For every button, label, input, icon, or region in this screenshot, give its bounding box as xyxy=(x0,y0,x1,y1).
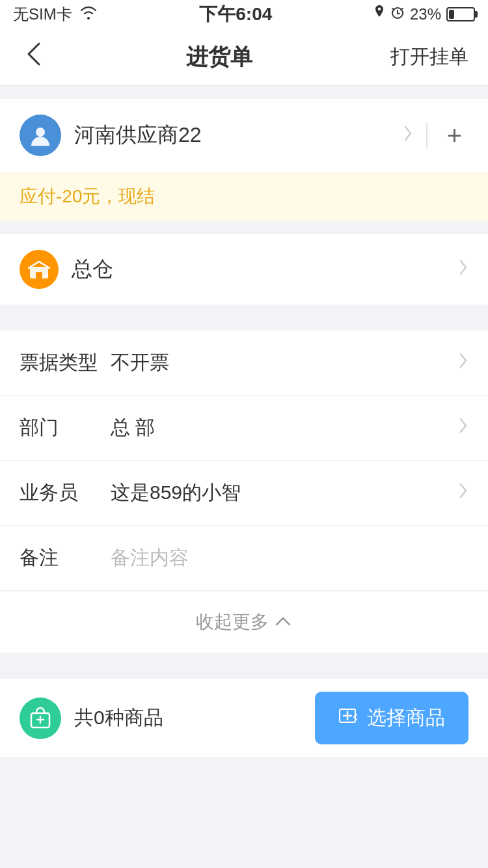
svg-point-3 xyxy=(36,128,45,137)
product-bar: 共0种商品 选择商品 xyxy=(0,679,488,757)
open-pending-button[interactable]: 打开挂单 xyxy=(390,44,468,70)
battery-percent: 23% xyxy=(410,5,441,23)
battery-icon xyxy=(446,7,475,21)
warehouse-chevron-icon xyxy=(458,258,468,281)
remark-label: 备注 xyxy=(20,545,111,571)
salesperson-value: 这是859的小智 xyxy=(111,480,458,506)
status-time: 下午6:04 xyxy=(199,2,272,27)
remark-input[interactable]: 备注内容 xyxy=(111,545,468,571)
warehouse-row[interactable]: 总仓 xyxy=(0,234,488,305)
department-value: 总 部 xyxy=(111,414,458,441)
back-button[interactable] xyxy=(20,34,48,79)
warehouse-icon xyxy=(20,250,59,289)
status-bar: 无SIM卡 下午6:04 23% xyxy=(0,0,488,29)
svg-rect-5 xyxy=(36,272,42,278)
form-section: 票据类型 不开票 部门 总 部 业务员 这是859的小智 备注 备注内容 收起更… xyxy=(0,331,488,653)
department-row[interactable]: 部门 总 部 xyxy=(0,396,488,461)
vertical-divider xyxy=(426,122,427,148)
section-gap-4 xyxy=(0,653,488,666)
section-gap-3 xyxy=(0,305,488,318)
collapse-row[interactable]: 收起更多 xyxy=(0,591,488,653)
status-right: 23% xyxy=(373,5,475,23)
supplier-row[interactable]: 河南供应商22 + xyxy=(0,99,488,172)
collapse-icon xyxy=(274,613,292,631)
department-label: 部门 xyxy=(20,414,111,441)
location-icon xyxy=(373,5,385,23)
wifi-icon xyxy=(79,5,98,23)
salesperson-label: 业务员 xyxy=(20,480,111,506)
notice-text: 应付-20元，现结 xyxy=(20,186,155,206)
salesperson-row[interactable]: 业务员 这是859的小智 xyxy=(0,461,488,526)
notice-row: 应付-20元，现结 xyxy=(0,172,488,221)
product-icon xyxy=(20,698,61,739)
invoice-row[interactable]: 票据类型 不开票 xyxy=(0,331,488,396)
select-product-label: 选择商品 xyxy=(367,705,445,731)
page-title: 进货单 xyxy=(186,42,252,72)
remark-row[interactable]: 备注 备注内容 xyxy=(0,526,488,591)
alarm-icon xyxy=(390,5,405,23)
signal-label: 无SIM卡 xyxy=(13,4,72,25)
section-gap-1 xyxy=(0,86,488,99)
bottom-fill xyxy=(0,757,488,868)
section-gap-2 xyxy=(0,221,488,234)
product-count: 共0种商品 xyxy=(74,705,302,731)
collapse-label: 收起更多 xyxy=(196,610,269,634)
supplier-name: 河南供应商22 xyxy=(74,121,403,150)
salesperson-chevron-icon xyxy=(458,481,468,504)
warehouse-section: 总仓 xyxy=(0,234,488,305)
supplier-section: 河南供应商22 + 应付-20元，现结 xyxy=(0,99,488,221)
invoice-label: 票据类型 xyxy=(20,349,111,376)
invoice-chevron-icon xyxy=(458,351,468,374)
select-product-icon xyxy=(338,707,359,729)
supplier-chevron-icon xyxy=(403,124,413,147)
invoice-value: 不开票 xyxy=(111,349,458,376)
select-product-button[interactable]: 选择商品 xyxy=(315,692,468,744)
supplier-avatar xyxy=(20,115,61,156)
department-chevron-icon xyxy=(458,416,468,439)
warehouse-name: 总仓 xyxy=(72,255,458,284)
nav-bar: 进货单 打开挂单 xyxy=(0,29,488,86)
status-left: 无SIM卡 xyxy=(13,4,98,25)
add-supplier-button[interactable]: + xyxy=(441,118,468,154)
